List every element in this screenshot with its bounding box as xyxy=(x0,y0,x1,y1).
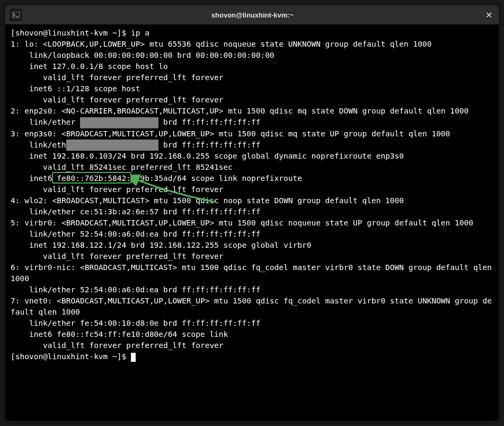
highlighted-ip: 192.168.0.103/24 xyxy=(52,152,127,160)
output-line: inet6 ::1/128 scope host xyxy=(11,84,145,93)
terminal-output[interactable]: [shovon@linuxhint-kvm ~]$ ip a 1: lo: <L… xyxy=(5,24,499,421)
redacted-mac: XX:XX:XX:XX:XX:XX xyxy=(80,117,158,128)
output-line: inet6 fe80::762b:5842:d79b:35ad/64 scope… xyxy=(11,174,307,182)
output-line: 6: virbr0-nic: <BROADCAST,MULTICAST> mtu… xyxy=(11,263,497,283)
terminal-icon xyxy=(10,8,22,21)
prompt-line: [shovon@linuxhint-kvm ~]$ xyxy=(11,352,131,361)
output-line: valid_lft forever preferred_lft forever xyxy=(11,185,224,194)
output-line: link/ether XX:XX:XX:XX:XX:XX brd ff:ff:f… xyxy=(11,141,260,149)
output-line: valid_lft forever preferred_lft forever xyxy=(11,341,224,350)
window-title: shovon@linuxhint-kvm:~ xyxy=(22,11,483,19)
output-line: inet 192.168.122.1/24 brd 192.168.122.25… xyxy=(11,241,311,249)
titlebar-left xyxy=(10,8,22,21)
output-line: valid_lft forever preferred_lft forever xyxy=(11,252,224,260)
redacted-mac: er XX:XX:XX:XX:XX:XX xyxy=(66,140,159,151)
cursor xyxy=(131,353,136,362)
output-line: link/loopback 00:00:00:00:00:00 brd 00:0… xyxy=(11,51,275,59)
svg-rect-0 xyxy=(12,12,20,18)
close-icon: ✕ xyxy=(485,10,492,20)
titlebar[interactable]: shovon@linuxhint-kvm:~ ✕ xyxy=(5,5,499,24)
output-line: link/ether XX:XX:XX:XX:XX:XX brd ff:ff:f… xyxy=(11,118,260,126)
output-line: link/ether fe:54:00:10:d8:0e brd ff:ff:f… xyxy=(11,319,260,327)
output-line: link/ether 52:54:00:a6:0d:ea brd ff:ff:f… xyxy=(11,285,260,294)
terminal-window: shovon@linuxhint-kvm:~ ✕ [shovon@linuxhi… xyxy=(5,5,499,421)
output-line: 4: wlo2: <BROADCAST,MULTICAST> mtu 1500 … xyxy=(11,196,404,205)
output-line: 1: lo: <LOOPBACK,UP,LOWER_UP> mtu 65536 … xyxy=(11,40,431,48)
output-line: 3: enp3s0: <BROADCAST,MULTICAST,UP,LOWER… xyxy=(11,129,450,138)
close-button[interactable]: ✕ xyxy=(483,9,494,21)
output-line: link/ether ce:51:3b:a2:6e:57 brd ff:ff:f… xyxy=(11,207,260,216)
output-line: 7: vnet0: <BROADCAST,MULTICAST,UP,LOWER_… xyxy=(11,297,492,316)
output-line: valid_lft forever preferred_lft forever xyxy=(11,95,224,104)
output-line: 2: enp2s0: <NO-CARRIER,BROADCAST,MULTICA… xyxy=(11,107,468,115)
command-text: ip a xyxy=(131,29,149,37)
output-line: 5: virbr0: <BROADCAST,MULTICAST,UP,LOWER… xyxy=(11,219,473,227)
output-line: link/ether 52:54:00:a6:0d:ea brd ff:ff:f… xyxy=(11,230,260,238)
prompt-line: [shovon@linuxhint-kvm ~]$ ip a xyxy=(11,29,149,37)
output-line: inet6 fe80::fc54:ff:fe10:d80e/64 scope l… xyxy=(11,330,233,338)
output-line: valid_lft 85241sec preferred_lft 85241se… xyxy=(11,163,233,171)
output-line: inet 127.0.0.1/8 scope host lo xyxy=(11,62,168,71)
output-line: inet 192.168.0.103/24 brd 192.168.0.255 … xyxy=(11,152,404,160)
output-line: valid_lft forever preferred_lft forever xyxy=(11,73,224,82)
